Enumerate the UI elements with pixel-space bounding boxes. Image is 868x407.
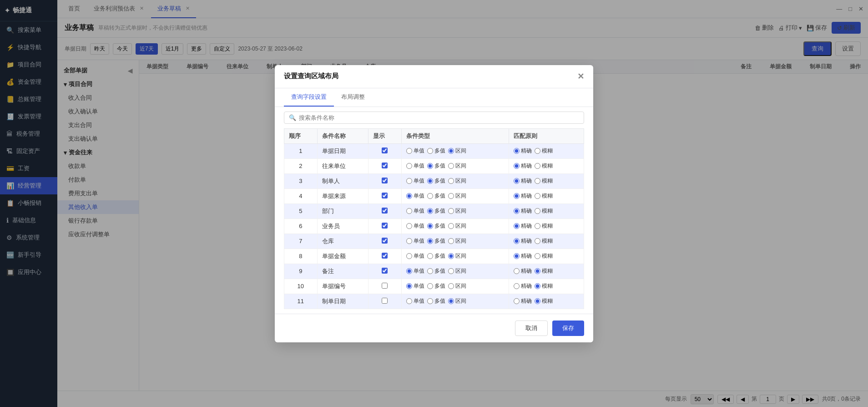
type-radio-input-range[interactable] bbox=[448, 193, 454, 199]
match-radio-input-precise[interactable] bbox=[514, 208, 520, 214]
show-checkbox[interactable] bbox=[382, 193, 388, 198]
match-radio-fuzzy[interactable]: 模糊 bbox=[535, 147, 553, 155]
type-radio-single[interactable]: 单值 bbox=[406, 207, 424, 215]
match-radio-precise[interactable]: 精确 bbox=[514, 207, 532, 215]
type-radio-input-single[interactable] bbox=[406, 163, 412, 169]
match-radio-input-fuzzy[interactable] bbox=[535, 148, 540, 154]
type-radio-single[interactable]: 单值 bbox=[406, 177, 424, 185]
cancel-button[interactable]: 取消 bbox=[515, 321, 548, 336]
type-radio-input-multi[interactable] bbox=[427, 283, 433, 289]
type-radio-range[interactable]: 区间 bbox=[448, 192, 466, 200]
type-radio-single[interactable]: 单值 bbox=[406, 237, 424, 245]
show-checkbox[interactable] bbox=[382, 178, 388, 183]
match-radio-fuzzy[interactable]: 模糊 bbox=[535, 222, 553, 230]
match-radio-input-precise[interactable] bbox=[514, 178, 520, 184]
type-radio-input-single[interactable] bbox=[406, 223, 412, 229]
match-radio-input-fuzzy[interactable] bbox=[535, 178, 540, 184]
match-radio-fuzzy[interactable]: 模糊 bbox=[535, 207, 553, 215]
match-radio-input-fuzzy[interactable] bbox=[535, 268, 540, 274]
type-radio-multi[interactable]: 多值 bbox=[427, 267, 445, 275]
match-radio-input-precise[interactable] bbox=[514, 193, 520, 199]
type-radio-multi[interactable]: 多值 bbox=[427, 207, 445, 215]
type-radio-input-single[interactable] bbox=[406, 283, 412, 289]
type-radio-multi[interactable]: 多值 bbox=[427, 177, 445, 185]
show-checkbox[interactable] bbox=[382, 148, 388, 153]
type-radio-input-multi[interactable] bbox=[427, 253, 433, 259]
match-radio-input-fuzzy[interactable] bbox=[535, 283, 540, 289]
type-radio-range[interactable]: 区间 bbox=[448, 147, 466, 155]
type-radio-input-single[interactable] bbox=[406, 238, 412, 244]
dialog-close-btn[interactable]: ✕ bbox=[577, 71, 584, 81]
match-radio-precise[interactable]: 精确 bbox=[514, 162, 532, 170]
type-radio-single[interactable]: 单值 bbox=[406, 252, 424, 260]
show-checkbox[interactable] bbox=[382, 253, 388, 259]
type-radio-single[interactable]: 单值 bbox=[406, 297, 424, 305]
type-radio-single[interactable]: 单值 bbox=[406, 282, 424, 290]
type-radio-single[interactable]: 单值 bbox=[406, 267, 424, 275]
type-radio-single[interactable]: 单值 bbox=[406, 162, 424, 170]
match-radio-precise[interactable]: 精确 bbox=[514, 252, 532, 260]
type-radio-input-single[interactable] bbox=[406, 253, 412, 259]
type-radio-input-range[interactable] bbox=[448, 163, 454, 169]
match-radio-input-precise[interactable] bbox=[514, 298, 520, 304]
match-radio-input-precise[interactable] bbox=[514, 283, 520, 289]
type-radio-input-multi[interactable] bbox=[427, 193, 433, 199]
type-radio-input-range[interactable] bbox=[448, 268, 454, 274]
match-radio-input-fuzzy[interactable] bbox=[535, 223, 540, 229]
type-radio-input-multi[interactable] bbox=[427, 148, 433, 154]
type-radio-single[interactable]: 单值 bbox=[406, 192, 424, 200]
type-radio-input-multi[interactable] bbox=[427, 178, 433, 184]
type-radio-multi[interactable]: 多值 bbox=[427, 222, 445, 230]
save-button[interactable]: 保存 bbox=[552, 321, 584, 336]
type-radio-input-range[interactable] bbox=[448, 283, 454, 289]
match-radio-input-precise[interactable] bbox=[514, 253, 520, 259]
type-radio-range[interactable]: 区间 bbox=[448, 237, 466, 245]
type-radio-multi[interactable]: 多值 bbox=[427, 297, 445, 305]
match-radio-precise[interactable]: 精确 bbox=[514, 297, 532, 305]
match-radio-precise[interactable]: 精确 bbox=[514, 177, 532, 185]
type-radio-range[interactable]: 区间 bbox=[448, 297, 466, 305]
type-radio-input-range[interactable] bbox=[448, 298, 454, 304]
type-radio-input-multi[interactable] bbox=[427, 223, 433, 229]
match-radio-fuzzy[interactable]: 模糊 bbox=[535, 267, 553, 275]
match-radio-fuzzy[interactable]: 模糊 bbox=[535, 177, 553, 185]
type-radio-range[interactable]: 区间 bbox=[448, 177, 466, 185]
dialog-tab-layout[interactable]: 布局调整 bbox=[334, 88, 372, 107]
type-radio-input-range[interactable] bbox=[448, 253, 454, 259]
type-radio-range[interactable]: 区间 bbox=[448, 162, 466, 170]
show-checkbox[interactable] bbox=[382, 223, 388, 229]
match-radio-precise[interactable]: 精确 bbox=[514, 192, 532, 200]
match-radio-fuzzy[interactable]: 模糊 bbox=[535, 252, 553, 260]
type-radio-input-multi[interactable] bbox=[427, 298, 433, 304]
type-radio-input-single[interactable] bbox=[406, 178, 412, 184]
type-radio-multi[interactable]: 多值 bbox=[427, 162, 445, 170]
show-checkbox[interactable] bbox=[382, 268, 388, 274]
type-radio-input-range[interactable] bbox=[448, 238, 454, 244]
type-radio-range[interactable]: 区间 bbox=[448, 207, 466, 215]
type-radio-input-single[interactable] bbox=[406, 268, 412, 274]
show-checkbox[interactable] bbox=[382, 298, 388, 304]
type-radio-input-multi[interactable] bbox=[427, 268, 433, 274]
type-radio-multi[interactable]: 多值 bbox=[427, 237, 445, 245]
type-radio-range[interactable]: 区间 bbox=[448, 222, 466, 230]
show-checkbox[interactable] bbox=[382, 283, 388, 289]
dialog-tab-query-fields[interactable]: 查询字段设置 bbox=[284, 88, 334, 107]
match-radio-input-fuzzy[interactable] bbox=[535, 298, 540, 304]
match-radio-input-precise[interactable] bbox=[514, 223, 520, 229]
match-radio-fuzzy[interactable]: 模糊 bbox=[535, 162, 553, 170]
match-radio-precise[interactable]: 精确 bbox=[514, 147, 532, 155]
show-checkbox[interactable] bbox=[382, 163, 388, 168]
type-radio-input-multi[interactable] bbox=[427, 238, 433, 244]
match-radio-precise[interactable]: 精确 bbox=[514, 267, 532, 275]
match-radio-input-fuzzy[interactable] bbox=[535, 253, 540, 259]
match-radio-input-fuzzy[interactable] bbox=[535, 208, 540, 214]
type-radio-input-single[interactable] bbox=[406, 193, 412, 199]
type-radio-multi[interactable]: 多值 bbox=[427, 192, 445, 200]
type-radio-input-range[interactable] bbox=[448, 208, 454, 214]
type-radio-input-multi[interactable] bbox=[427, 208, 433, 214]
match-radio-input-precise[interactable] bbox=[514, 148, 520, 154]
type-radio-range[interactable]: 区间 bbox=[448, 252, 466, 260]
match-radio-input-precise[interactable] bbox=[514, 268, 520, 274]
match-radio-fuzzy[interactable]: 模糊 bbox=[535, 297, 553, 305]
type-radio-single[interactable]: 单值 bbox=[406, 147, 424, 155]
